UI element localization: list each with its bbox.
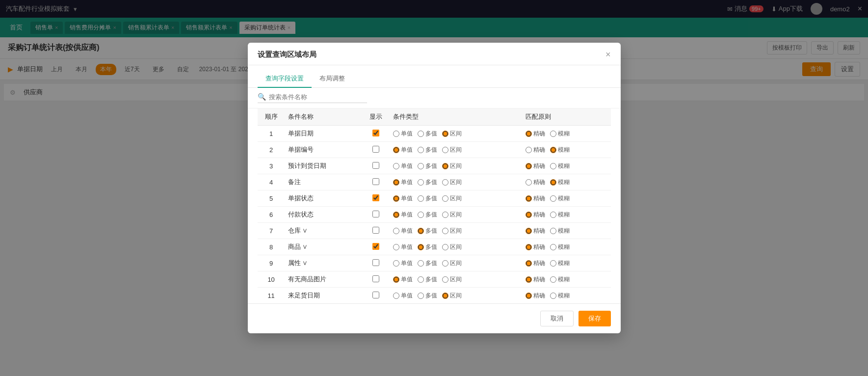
row-type-8: 单值多值区间 [390, 255, 523, 271]
match-radio-fuzzy-3[interactable]: 模糊 [550, 178, 570, 187]
search-input[interactable] [269, 93, 367, 101]
row-match-8: 精确模糊 [523, 255, 611, 271]
dialog-close-button[interactable]: × [605, 50, 611, 60]
dialog-overlay: 设置查询区域布局 × 查询字段设置 布局调整 🔍 顺序 条件名称 显示 [0, 0, 868, 376]
table-row: 6付款状态单值多值区间精确模糊 [258, 207, 611, 223]
type-radio-multi-10[interactable]: 多值 [418, 292, 437, 300]
dialog-tab-0[interactable]: 查询字段设置 [258, 70, 312, 88]
type-radio-multi-4[interactable]: 多值 [418, 194, 437, 203]
match-radio-fuzzy-2[interactable]: 模糊 [550, 162, 570, 170]
match-radio-exact-9[interactable]: 精确 [526, 275, 545, 284]
match-radio-exact-5[interactable]: 精确 [526, 211, 545, 219]
table-row: 9属性 ∨单值多值区间精确模糊 [258, 255, 611, 271]
type-radio-multi-7[interactable]: 多值 [418, 243, 437, 251]
type-radio-single-6[interactable]: 单值 [393, 227, 413, 235]
type-radio-single-1[interactable]: 单值 [393, 146, 413, 154]
type-radio-multi-2[interactable]: 多值 [418, 162, 437, 170]
row-show-0 [362, 126, 390, 142]
row-num-4: 5 [258, 190, 285, 207]
row-type-5: 单值多值区间 [390, 207, 523, 223]
type-radio-single-10[interactable]: 单值 [393, 292, 413, 300]
match-radio-exact-1[interactable]: 精确 [526, 146, 545, 154]
type-radio-single-0[interactable]: 单值 [393, 130, 413, 138]
type-radio-range-1[interactable]: 区间 [442, 146, 462, 154]
type-radio-multi-6[interactable]: 多值 [418, 227, 437, 235]
show-checkbox-5[interactable] [372, 211, 379, 217]
match-radio-exact-2[interactable]: 精确 [526, 162, 545, 170]
dialog-footer: 取消 保存 [248, 303, 621, 333]
type-radio-multi-3[interactable]: 多值 [418, 178, 437, 187]
type-radio-single-3[interactable]: 单值 [393, 178, 413, 187]
type-radio-single-8[interactable]: 单值 [393, 259, 413, 268]
row-name-4: 单据状态 [285, 190, 363, 207]
match-radio-fuzzy-8[interactable]: 模糊 [550, 259, 570, 268]
row-num-10: 11 [258, 288, 285, 304]
match-radio-exact-0[interactable]: 精确 [526, 130, 545, 138]
row-type-4: 单值多值区间 [390, 190, 523, 207]
table-row: 5单据状态单值多值区间精确模糊 [258, 190, 611, 207]
type-radio-range-4[interactable]: 区间 [442, 194, 462, 203]
match-radio-fuzzy-7[interactable]: 模糊 [550, 243, 570, 251]
match-radio-exact-8[interactable]: 精确 [526, 259, 545, 268]
match-radio-fuzzy-5[interactable]: 模糊 [550, 211, 570, 219]
save-button[interactable]: 保存 [579, 311, 611, 326]
match-radio-exact-6[interactable]: 精确 [526, 227, 545, 235]
match-radio-fuzzy-6[interactable]: 模糊 [550, 227, 570, 235]
match-radio-fuzzy-0[interactable]: 模糊 [550, 130, 570, 138]
type-radio-range-5[interactable]: 区间 [442, 211, 462, 219]
match-radio-exact-3[interactable]: 精确 [526, 178, 545, 187]
type-radio-range-7[interactable]: 区间 [442, 243, 462, 251]
type-radio-single-7[interactable]: 单值 [393, 243, 413, 251]
match-radio-fuzzy-10[interactable]: 模糊 [550, 292, 570, 300]
type-radio-range-2[interactable]: 区间 [442, 162, 462, 170]
type-radio-multi-5[interactable]: 多值 [418, 211, 437, 219]
match-radio-exact-7[interactable]: 精确 [526, 243, 545, 251]
type-radio-range-0[interactable]: 区间 [442, 130, 462, 138]
show-checkbox-8[interactable] [372, 259, 379, 266]
dialog-tab-1[interactable]: 布局调整 [312, 70, 353, 88]
type-radio-range-3[interactable]: 区间 [442, 178, 462, 187]
row-type-6: 单值多值区间 [390, 223, 523, 239]
match-radio-fuzzy-4[interactable]: 模糊 [550, 194, 570, 203]
col-name: 条件名称 [285, 108, 363, 126]
type-radio-single-4[interactable]: 单值 [393, 194, 413, 203]
type-radio-range-6[interactable]: 区间 [442, 227, 462, 235]
type-radio-range-10[interactable]: 区间 [442, 292, 462, 300]
type-radio-range-8[interactable]: 区间 [442, 259, 462, 268]
row-match-2: 精确模糊 [523, 158, 611, 174]
type-radio-range-9[interactable]: 区间 [442, 275, 462, 284]
settings-dialog: 设置查询区域布局 × 查询字段设置 布局调整 🔍 顺序 条件名称 显示 [248, 43, 621, 333]
show-checkbox-3[interactable] [372, 178, 379, 185]
show-checkbox-7[interactable] [372, 243, 379, 250]
type-radio-multi-1[interactable]: 多值 [418, 146, 437, 154]
row-name-10: 来足货日期 [285, 288, 363, 304]
show-checkbox-6[interactable] [372, 227, 379, 234]
show-checkbox-1[interactable] [372, 146, 379, 153]
type-radio-single-2[interactable]: 单值 [393, 162, 413, 170]
show-checkbox-2[interactable] [372, 162, 379, 169]
show-checkbox-9[interactable] [372, 275, 379, 282]
row-num-3: 4 [258, 174, 285, 190]
match-radio-fuzzy-9[interactable]: 模糊 [550, 275, 570, 284]
type-radio-multi-9[interactable]: 多值 [418, 275, 437, 284]
type-radio-multi-0[interactable]: 多值 [418, 130, 437, 138]
row-type-3: 单值多值区间 [390, 174, 523, 190]
show-checkbox-0[interactable] [372, 130, 379, 136]
table-row: 3预计到货日期单值多值区间精确模糊 [258, 158, 611, 174]
type-radio-multi-8[interactable]: 多值 [418, 259, 437, 268]
match-radio-exact-10[interactable]: 精确 [526, 292, 545, 300]
row-match-6: 精确模糊 [523, 223, 611, 239]
dialog-table-wrap: 顺序 条件名称 显示 条件类型 匹配原则 1单据日期单值多值区间精确模糊2单据编… [248, 108, 621, 303]
table-row: 4备注单值多值区间精确模糊 [258, 174, 611, 190]
cancel-button[interactable]: 取消 [540, 311, 574, 326]
type-radio-single-5[interactable]: 单值 [393, 211, 413, 219]
match-radio-exact-4[interactable]: 精确 [526, 194, 545, 203]
row-num-5: 6 [258, 207, 285, 223]
row-match-4: 精确模糊 [523, 190, 611, 207]
type-radio-single-9[interactable]: 单值 [393, 275, 413, 284]
row-match-9: 精确模糊 [523, 271, 611, 288]
show-checkbox-4[interactable] [372, 194, 379, 201]
match-radio-fuzzy-1[interactable]: 模糊 [550, 146, 570, 154]
show-checkbox-10[interactable] [372, 292, 379, 298]
row-show-5 [362, 207, 390, 223]
